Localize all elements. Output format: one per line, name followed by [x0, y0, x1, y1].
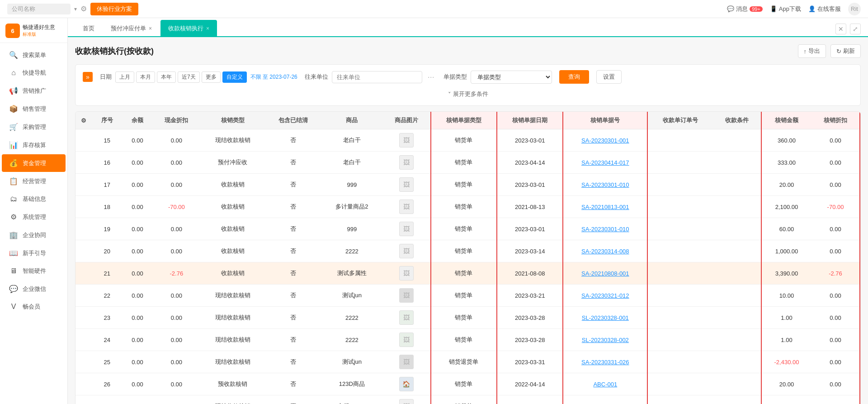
app-download-btn[interactable]: 📱 App下载 [770, 5, 801, 13]
collapse-filter-btn[interactable]: » [83, 72, 93, 82]
message-badge: 99+ [750, 6, 763, 12]
refresh-btn[interactable]: ↻ 刷新 [830, 44, 861, 58]
cell-write-off-discount: 0.00 [811, 373, 860, 395]
cell-write-off-amount: 1.00 [761, 307, 811, 329]
data-table-wrap: ⚙ 序号 余额 现金折扣 核销类型 包含已结清 商品 商品图片 核销单据类型 核… [75, 111, 861, 404]
close-window-btn[interactable]: ✕ [835, 24, 846, 34]
sidebar-label-system: 系统管理 [23, 213, 46, 221]
last-month-btn[interactable]: 上月 [115, 71, 134, 83]
cell-bill-date: 2023-04-14 [497, 152, 563, 174]
sidebar-label-inventory: 库存核算 [23, 141, 46, 149]
online-service-btn[interactable]: 👤 在线客服 [808, 5, 841, 13]
cell-seq: 18 [92, 196, 122, 218]
avatar[interactable]: Rit [848, 3, 861, 15]
cell-gear [75, 262, 92, 285]
settings-gear-icon[interactable]: ⚙ [80, 5, 87, 13]
cell-bill-no[interactable]: SL-20230328-001 [563, 307, 647, 329]
sidebar-item-guide[interactable]: 📖新手引导 [2, 244, 66, 262]
this-month-btn[interactable]: 本月 [136, 71, 155, 83]
this-year-btn[interactable]: 本年 [157, 71, 176, 83]
tab-write-off[interactable]: 收款核销执行× [160, 20, 217, 36]
th-balance: 余额 [122, 112, 152, 129]
cell-bill-no[interactable]: SA-20230301-001 [563, 129, 647, 152]
sidebar-item-search[interactable]: 🔍搜索菜单 [2, 46, 66, 64]
counterparty-input[interactable] [332, 71, 422, 83]
sidebar-item-inventory[interactable]: 📊库存核算 [2, 136, 66, 154]
sidebar-item-hardware[interactable]: 🖥智能硬件 [2, 262, 66, 280]
maximize-btn[interactable]: ⤢ [850, 24, 861, 34]
cell-seq: 23 [92, 307, 122, 329]
more-date-btn[interactable]: 更多 [202, 71, 221, 83]
sidebar-item-system[interactable]: ⚙系统管理 [2, 208, 66, 226]
export-btn[interactable]: ↑ 导出 [798, 44, 826, 58]
tab-home[interactable]: 首页 [75, 20, 102, 36]
cell-receipt-cond [713, 395, 761, 404]
table-row: 27 0.00 0.00 现结收款核销 否 衣服00001 🖼 销货单 2023… [75, 395, 860, 404]
cell-bill-date: 2023-03-01 [497, 129, 563, 152]
cell-bill-no[interactable]: SA-20210808-001 [563, 262, 647, 285]
table-header: ⚙ 序号 余额 现金折扣 核销类型 包含已结清 商品 商品图片 核销单据类型 核… [75, 112, 860, 129]
query-btn[interactable]: 查询 [559, 70, 589, 84]
tab-close-write-off[interactable]: × [206, 25, 209, 32]
tab-close-prepay[interactable]: × [149, 25, 152, 32]
counterparty-more-icon[interactable]: ··· [426, 72, 436, 82]
tab-prepay[interactable]: 预付冲应付单× [103, 20, 160, 36]
sidebar-item-business[interactable]: 📋经营管理 [2, 172, 66, 190]
message-btn[interactable]: 💬 消息 99+ [727, 5, 763, 13]
sidebar-icon-inventory: 📊 [9, 141, 18, 149]
tab-label-home: 首页 [83, 24, 94, 33]
cell-bill-no[interactable]: SL-20230328-002 [563, 329, 647, 351]
cell-receipt-order-no [647, 129, 713, 152]
cell-write-off-type: 现结收款核销 [200, 129, 265, 152]
last-7-days-btn[interactable]: 近7天 [178, 71, 200, 83]
cell-receipt-order-no [647, 373, 713, 395]
cell-bill-no[interactable]: SA-20230314-008 [563, 240, 647, 262]
custom-date-btn[interactable]: 自定义 [222, 71, 247, 83]
th-write-off-discount: 核销折扣 [811, 112, 860, 129]
cell-bill-type: 销货单 [431, 307, 497, 329]
cell-bill-date: 2023-03-14 [497, 240, 563, 262]
th-gear[interactable]: ⚙ [75, 112, 92, 129]
tab-label-write-off: 收款核销执行 [168, 24, 203, 33]
cell-bill-date: 2023-03-01 [497, 174, 563, 196]
expand-conditions-btn[interactable]: ˅ 展开更多条件 [448, 88, 488, 100]
sidebar-item-finance[interactable]: 💰资金管理 [2, 154, 66, 172]
cell-cash-discount: 0.00 [153, 240, 200, 262]
cell-goods: 999 [321, 174, 382, 196]
industry-btn[interactable]: 休验行业方案 [90, 3, 138, 15]
cell-bill-no[interactable]: SA-20230301-010 [563, 218, 647, 240]
table-row: 16 0.00 0.00 预付冲应收 否 老白干 🖼 销货单 2023-04-1… [75, 152, 860, 174]
cell-seq: 25 [92, 351, 122, 373]
filter-settings-btn[interactable]: 设置 [596, 70, 622, 84]
table-row: 22 0.00 0.00 现结收款核销 否 测试jun 🖼 销货单 2023-0… [75, 285, 860, 307]
receipt-type-select[interactable]: 单据类型 [471, 71, 552, 84]
cell-seq: 22 [92, 285, 122, 307]
sidebar-item-purchase[interactable]: 🛒采购管理 [2, 118, 66, 136]
cell-bill-no[interactable]: SA-20230414-017 [563, 152, 647, 174]
cell-bill-date: 2023-03-28 [497, 329, 563, 351]
cell-bill-no[interactable]: SA-20230301-010 [563, 174, 647, 196]
cell-receipt-cond [713, 307, 761, 329]
sidebar-item-corp[interactable]: 🏢企业协同 [2, 226, 66, 244]
cell-bill-no[interactable]: SL-20230408-001 [563, 395, 647, 404]
sidebar-item-marketing[interactable]: 📢营销推广 [2, 82, 66, 100]
goods-image: 🖼 [399, 266, 414, 280]
sidebar-icon-nav: ⌂ [9, 69, 18, 77]
cell-goods: 2222 [321, 307, 382, 329]
cell-balance: 0.00 [122, 129, 152, 152]
cell-bill-no[interactable]: ABC-001 [563, 373, 647, 395]
company-selector[interactable]: 公司名称 [7, 4, 71, 14]
data-table: ⚙ 序号 余额 现金折扣 核销类型 包含已结清 商品 商品图片 核销单据类型 核… [75, 112, 860, 404]
cell-goods: 测试jun [321, 351, 382, 373]
cell-bill-no[interactable]: SA-20230331-026 [563, 351, 647, 373]
sidebar-item-nav[interactable]: ⌂快捷导航 [2, 64, 66, 81]
sidebar-item-member[interactable]: V畅会员 [2, 298, 66, 315]
cell-bill-no[interactable]: SA-20230321-012 [563, 285, 647, 307]
sidebar-item-basic[interactable]: 🗂基础信息 [2, 190, 66, 208]
cell-receipt-cond [713, 285, 761, 307]
table-body: 15 0.00 0.00 现结收款核销 否 老白干 🖼 销货单 2023-03-… [75, 129, 860, 404]
sidebar-icon-sales: 📦 [9, 105, 18, 113]
sidebar-item-sales[interactable]: 📦销售管理 [2, 100, 66, 118]
cell-bill-no[interactable]: SA-20210813-001 [563, 196, 647, 218]
sidebar-item-wechat[interactable]: 💬企业微信 [2, 280, 66, 298]
